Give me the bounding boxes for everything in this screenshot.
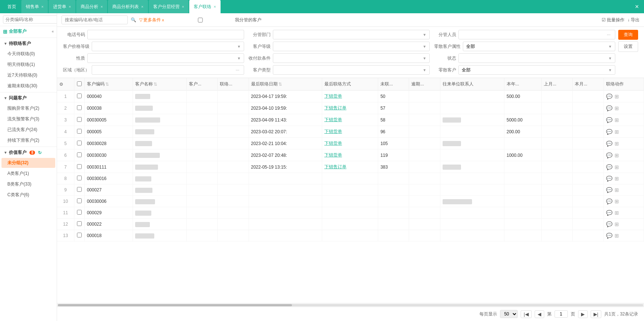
contact-method-link[interactable]: 下销货单 xyxy=(324,129,342,134)
sidebar-item-overdue-pending[interactable]: 逾期未联络(30) xyxy=(1,81,55,91)
contact-method-link[interactable]: 下销售订单 xyxy=(324,164,346,169)
more-icon[interactable]: ⊞ xyxy=(615,176,619,181)
sidebar-item-class-c[interactable]: C类客户(6) xyxy=(1,190,55,200)
row-checkbox[interactable] xyxy=(77,129,82,134)
tab-customer-contact[interactable]: 客户联络 × xyxy=(189,0,220,13)
chat-icon[interactable]: 💬 xyxy=(606,152,612,158)
manager-dots[interactable]: ··· xyxy=(605,32,612,37)
more-icon[interactable]: ⊞ xyxy=(615,129,619,135)
row-checkbox[interactable] xyxy=(77,141,82,145)
region-select[interactable]: ··· xyxy=(92,65,244,75)
reset-btn[interactable]: 设置 xyxy=(618,41,638,52)
close-product-list-tab[interactable]: × xyxy=(141,4,143,9)
sidebar-item-tomorrow-pending[interactable]: 明天待联络(1) xyxy=(1,60,55,70)
sidebar-item-ungroup[interactable]: 未分组(32) xyxy=(1,158,55,168)
col-settings[interactable]: ⚙ xyxy=(57,78,74,91)
more-icon[interactable]: ⊞ xyxy=(615,198,619,204)
sidebar-collapse-icon[interactable]: « xyxy=(52,29,54,33)
chat-icon[interactable]: 💬 xyxy=(606,198,612,204)
search-input[interactable] xyxy=(61,15,128,24)
query-btn[interactable]: 查询 xyxy=(618,30,638,40)
chat-icon[interactable]: 💬 xyxy=(606,233,612,239)
chat-icon[interactable]: 💬 xyxy=(606,129,612,135)
contact-method-link[interactable]: 下销货单 xyxy=(324,141,342,146)
my-customers-checkbox[interactable] xyxy=(167,18,233,22)
row-checkbox[interactable] xyxy=(77,198,82,203)
price-level-select[interactable]: ▼ xyxy=(92,42,244,51)
prev-page-btn[interactable]: ◀ xyxy=(535,310,544,318)
sidebar-item-today-pending[interactable]: 今天待联络(0) xyxy=(1,49,55,59)
settings-gear-icon[interactable]: ⚙ xyxy=(59,82,63,87)
row-checkbox[interactable] xyxy=(77,233,82,237)
row-checkbox[interactable] xyxy=(77,164,82,169)
chat-icon[interactable]: 💬 xyxy=(606,105,612,111)
batch-op-btn[interactable]: ☑ 批量操作 xyxy=(602,17,624,23)
tab-purchase[interactable]: 进货单 × xyxy=(49,0,75,13)
contact-method-link[interactable]: 下销售订单 xyxy=(324,105,346,110)
row-checkbox[interactable] xyxy=(77,152,82,157)
manager-select[interactable]: ··· xyxy=(458,30,615,39)
chat-icon[interactable]: 💬 xyxy=(606,94,612,99)
close-sales-tab[interactable]: × xyxy=(41,4,43,9)
contact-method-link[interactable]: 下销货单 xyxy=(324,117,342,122)
refresh-icon[interactable]: ↻ xyxy=(38,150,42,155)
region-dots[interactable]: ··· xyxy=(234,67,241,73)
chat-icon[interactable]: 💬 xyxy=(606,117,612,123)
customer-level-select[interactable]: ▼ xyxy=(273,42,430,51)
sidebar-item-churned[interactable]: 已流失客户(24) xyxy=(1,125,55,135)
more-icon[interactable]: ⊞ xyxy=(615,187,619,193)
payment-select[interactable]: ▼ xyxy=(273,53,430,63)
sidebar-pending-section[interactable]: ▼ 待联络客户 xyxy=(0,39,57,49)
tab-home[interactable]: 首页 xyxy=(3,0,21,13)
row-checkbox[interactable] xyxy=(77,105,82,110)
last-page-btn[interactable]: ▶| xyxy=(591,310,601,318)
tab-product-list[interactable]: 商品分析列表 × xyxy=(108,0,148,13)
chat-icon[interactable]: 💬 xyxy=(606,176,612,181)
export-btn[interactable]: ↓ 导出 xyxy=(627,17,640,23)
sidebar-item-class-b[interactable]: B类客户(33) xyxy=(1,179,55,189)
scrollbar-thumb[interactable] xyxy=(58,304,292,306)
close-purchase-tab[interactable]: × xyxy=(68,4,71,9)
row-checkbox[interactable] xyxy=(77,187,82,192)
more-icon[interactable]: ⊞ xyxy=(615,221,619,227)
category-search-input[interactable] xyxy=(3,15,57,24)
customer-type-select[interactable]: ▼ xyxy=(273,65,430,75)
row-checkbox[interactable] xyxy=(77,210,82,215)
chat-icon[interactable]: 💬 xyxy=(606,221,612,227)
chat-icon[interactable]: 💬 xyxy=(606,187,612,193)
more-icon[interactable]: ⊞ xyxy=(615,210,619,216)
close-customer-tier-tab[interactable]: × xyxy=(182,4,184,9)
more-conditions-btn[interactable]: ▽ 更多条件 ∧ xyxy=(139,17,164,23)
sidebar-item-class-a[interactable]: A类客户(1) xyxy=(1,169,55,179)
first-page-btn[interactable]: |◀ xyxy=(521,310,531,318)
all-customers-item[interactable]: ⊞ 全部客户 « xyxy=(0,26,57,37)
close-customer-contact-tab[interactable]: × xyxy=(214,4,216,9)
retail-attr-select[interactable]: 全部 ▼ xyxy=(463,42,615,51)
tab-product-analysis[interactable]: 商品分析 × xyxy=(76,0,107,13)
contact-method-link[interactable]: 下销货单 xyxy=(324,152,342,158)
h-scrollbar[interactable] xyxy=(57,303,644,307)
search-btn-icon[interactable]: 🔍 xyxy=(131,17,136,22)
close-product-analysis-tab[interactable]: × xyxy=(101,4,103,9)
more-icon[interactable]: ⊞ xyxy=(615,233,619,239)
chat-icon[interactable]: 💬 xyxy=(606,141,612,147)
select-all-checkbox[interactable] xyxy=(77,81,82,86)
tab-customer-tier[interactable]: 客户分层经营 × xyxy=(149,0,189,13)
row-checkbox[interactable] xyxy=(77,94,82,98)
dept-select[interactable]: ▼ xyxy=(273,30,430,39)
tab-sales[interactable]: 销售单 × xyxy=(21,0,48,13)
page-input[interactable] xyxy=(555,310,568,318)
chat-icon[interactable]: 💬 xyxy=(606,210,612,216)
more-icon[interactable]: ⊞ xyxy=(615,141,619,147)
more-icon[interactable]: ⊞ xyxy=(615,164,619,170)
retail-customer-select[interactable]: 全部 ▼ xyxy=(458,65,615,75)
close-all-btn[interactable]: × xyxy=(633,3,641,11)
more-icon[interactable]: ⊞ xyxy=(615,94,619,99)
status-select[interactable]: ▼ xyxy=(458,53,615,63)
sidebar-item-declining[interactable]: 持续下滑客户(2) xyxy=(1,135,55,145)
phone-input[interactable] xyxy=(87,30,244,39)
row-checkbox[interactable] xyxy=(77,221,82,226)
more-icon[interactable]: ⊞ xyxy=(615,117,619,123)
sidebar-item-week-pending[interactable]: 近7天待联络(0) xyxy=(1,70,55,80)
more-icon[interactable]: ⊞ xyxy=(615,152,619,158)
